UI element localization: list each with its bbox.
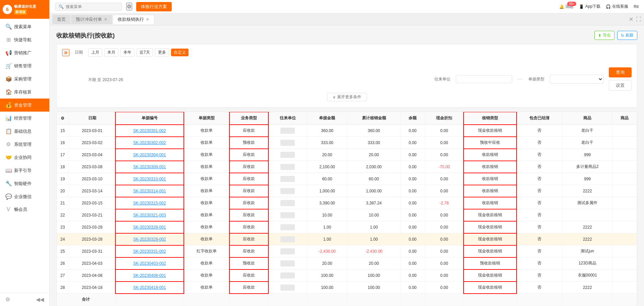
- sidebar-item-finance[interactable]: 💰 资金管理: [0, 99, 49, 112]
- doc-type-filter-select[interactable]: [550, 75, 603, 83]
- doc-no-link[interactable]: SK-20230321-003: [133, 213, 166, 218]
- cell-date: 2023-03-15: [69, 197, 115, 209]
- sidebar-item-purchase[interactable]: 📦 采购管理: [0, 72, 49, 85]
- sidebar-item-system[interactable]: ⚙ 系统管理: [0, 138, 49, 151]
- solution-button[interactable]: 体验行业方案: [136, 2, 172, 11]
- refresh-button[interactable]: ↻ 刷新: [617, 31, 637, 40]
- cell-goods1: 2222: [562, 282, 612, 294]
- th-doc-no[interactable]: 单据编号: [115, 112, 183, 125]
- tab-close-all-button[interactable]: ✕: [629, 16, 633, 22]
- topbar-search-box[interactable]: 🔍: [55, 3, 122, 11]
- doc-no-link[interactable]: SK-20230408-001: [133, 273, 166, 278]
- cell-balance: 0.00: [400, 137, 425, 149]
- cell-cash-discount: -2.76: [425, 197, 464, 209]
- cell-cancel-type: 收款核销: [464, 149, 517, 161]
- cell-doc-no: SK-20230310-001: [115, 173, 183, 185]
- filter-settings-button[interactable]: 设置: [609, 80, 632, 91]
- cell-amount: 2,100.00: [307, 161, 347, 173]
- online-service-button[interactable]: 🎧 在线客服: [606, 4, 628, 9]
- sidebar-item-marketing[interactable]: 📢 营销推广: [0, 46, 49, 59]
- finance-icon: 💰: [5, 102, 11, 108]
- th-cash-discount[interactable]: 现金折扣: [425, 112, 464, 125]
- sidebar-item-quicknav[interactable]: ⊞ 快捷导航: [0, 33, 49, 46]
- th-cum-amount[interactable]: 累计核销金额: [347, 112, 400, 125]
- cell-cancel-type: 现金收款核销: [464, 233, 517, 245]
- date-this-month[interactable]: 本月: [104, 48, 118, 57]
- filter-collapse-button[interactable]: »: [62, 49, 69, 56]
- sidebar-item-basic[interactable]: 📋 基础信息: [0, 125, 49, 138]
- settings-bottom-icon[interactable]: ⚙: [5, 296, 10, 303]
- tab-prepay[interactable]: 预计冲应付单 ✕: [71, 15, 112, 24]
- table-row: 18 2023-03-08 SK-20230308-001 收款单 应收款 2,…: [57, 161, 637, 173]
- tab-prepay-close[interactable]: ✕: [104, 17, 107, 22]
- th-cancel-type[interactable]: 核销类型: [464, 112, 517, 125]
- sidebar-item-collab[interactable]: 🤝 企业协同: [0, 151, 49, 164]
- th-settings[interactable]: ⚙: [57, 112, 69, 125]
- sidebar-item-guide[interactable]: 📖 新手引导: [0, 164, 49, 177]
- page-actions: ⬆ 导出 ↻ 刷新: [594, 31, 637, 40]
- doc-no-link[interactable]: SK-20230308-001: [133, 165, 166, 169]
- cell-id: 15: [57, 125, 69, 137]
- cell-balance: 0.00: [400, 149, 425, 161]
- doc-no-link[interactable]: SK-20230304-001: [133, 152, 166, 157]
- th-date[interactable]: 日期: [69, 112, 115, 125]
- cell-cum-amount: 10.00: [347, 209, 400, 221]
- tab-collection[interactable]: 收款核销执行 ✕: [113, 15, 154, 24]
- th-biz-type[interactable]: 业务类型: [229, 112, 268, 125]
- query-button[interactable]: 查询: [609, 67, 632, 77]
- info-icon: 📋: [5, 128, 11, 134]
- cell-cancel-type: 预收款核销: [464, 257, 517, 269]
- sidebar-item-sales[interactable]: 🛒 销售管理: [0, 59, 49, 72]
- messages-button[interactable]: 🔔 消息 99+: [559, 4, 574, 9]
- date-last-month[interactable]: 上月: [88, 48, 102, 57]
- th-doc-type[interactable]: 单据类型: [184, 112, 230, 125]
- topbar-search-input[interactable]: [66, 4, 113, 9]
- doc-no-link[interactable]: SK-20230418-001: [133, 285, 166, 290]
- collapse-icon[interactable]: ◀◀: [36, 296, 44, 303]
- sidebar-item-search[interactable]: 🔍 搜索菜单: [0, 20, 49, 33]
- cell-goods2: [612, 209, 637, 221]
- sidebar-item-inventory[interactable]: 🏠 库存核算: [0, 85, 49, 99]
- topbar-gear-button[interactable]: ⚙: [126, 3, 132, 10]
- date-custom-button[interactable]: 自定义: [171, 49, 189, 56]
- date-this-year[interactable]: 本年: [120, 48, 135, 57]
- th-included[interactable]: 包含已结清: [517, 112, 562, 125]
- cell-cash-discount: -70.00: [425, 161, 464, 173]
- date-7-days[interactable]: 近7天: [137, 48, 153, 57]
- user-info[interactable]: Rit: [634, 4, 639, 9]
- column-settings-icon[interactable]: ⚙: [61, 116, 64, 121]
- tab-collection-close[interactable]: ✕: [146, 17, 149, 22]
- doc-no-link[interactable]: SK-20230310-001: [133, 177, 166, 181]
- sidebar-item-wechat[interactable]: 💬 企业微信: [0, 190, 49, 203]
- th-balance[interactable]: 余额: [400, 112, 425, 125]
- app-download-button[interactable]: 📱 App下载: [579, 4, 600, 9]
- sidebar-item-member[interactable]: V 畅会员: [0, 203, 49, 216]
- cell-goods2: [612, 233, 637, 245]
- sidebar-item-ops[interactable]: 📊 经营管理: [0, 112, 49, 125]
- doc-no-link[interactable]: SK-20230302-002: [133, 140, 166, 145]
- doc-no-link[interactable]: SK-20230315-002: [133, 201, 166, 205]
- cell-goods2: [612, 197, 637, 209]
- th-amount[interactable]: 单据金额: [307, 112, 347, 125]
- date-more[interactable]: 更多: [155, 48, 169, 57]
- sidebar-item-hardware[interactable]: 🔧 智能硬件: [0, 177, 49, 190]
- doc-no-link[interactable]: SK-20230331-002: [133, 249, 166, 254]
- sidebar-label-marketing: 营销推广: [14, 50, 32, 56]
- expand-button[interactable]: ∨ 展开更多条件: [327, 93, 367, 101]
- doc-no-link[interactable]: SK-20230301-002: [133, 128, 166, 133]
- tab-home[interactable]: 首页: [52, 15, 70, 24]
- sidebar-label-wechat: 企业微信: [14, 194, 32, 200]
- th-party[interactable]: 往来单位: [268, 112, 307, 125]
- doc-no-link[interactable]: SK-20230328-002: [133, 237, 166, 242]
- th-goods1[interactable]: 商品: [562, 112, 612, 125]
- sidebar-label-basic: 基础信息: [14, 128, 32, 134]
- th-goods2[interactable]: 商品: [612, 112, 637, 125]
- export-button[interactable]: ⬆ 导出: [594, 31, 614, 40]
- cell-included: 否: [517, 173, 562, 185]
- doc-no-link[interactable]: SK-20230403-002: [133, 261, 166, 266]
- tab-maximize-button[interactable]: ⛶: [636, 16, 641, 22]
- doc-no-link[interactable]: SK-20230314-001: [133, 189, 166, 193]
- sidebar-label-member: 畅会员: [14, 206, 27, 212]
- doc-no-link[interactable]: SK-20230328-001: [133, 225, 166, 230]
- party-filter-input[interactable]: [456, 75, 512, 83]
